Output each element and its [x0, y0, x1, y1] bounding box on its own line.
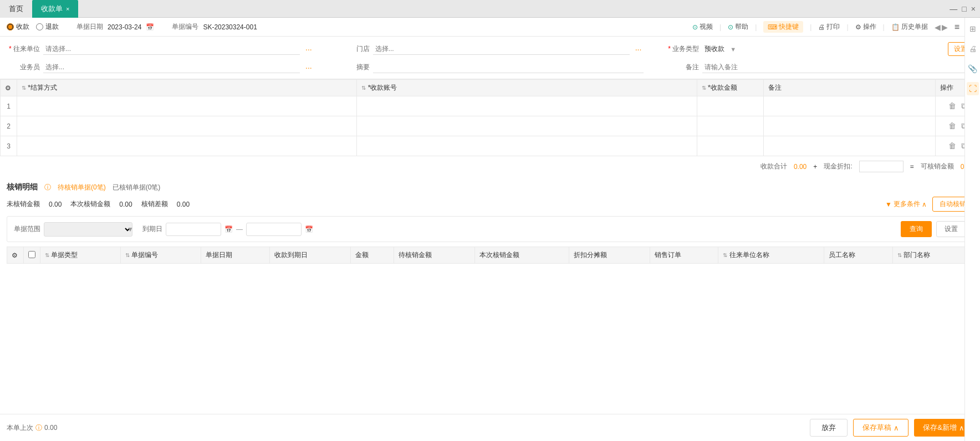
history-btn[interactable]: 📋 历史单据 — [891, 22, 928, 32]
discount-input[interactable] — [859, 161, 904, 172]
delete-row-1[interactable]: 🗑 — [947, 100, 958, 111]
date-separator: — — [236, 225, 243, 233]
th-gear[interactable]: ⚙ — [1, 80, 17, 96]
nav-next[interactable]: ▶ — [942, 23, 948, 32]
date-from-input[interactable]: 2022-04-01 — [166, 223, 221, 236]
diff-label: 核销差额 — [141, 199, 168, 209]
toolbar: 收款 退款 单据日期 2023-03-24 📅 单据编号 SK-20230324… — [0, 18, 980, 37]
settlement-cell-2[interactable] — [17, 116, 357, 136]
filter-actions: 查询 设置 — [901, 221, 966, 237]
history-icon: 📋 — [891, 23, 900, 31]
shop-field: 门店 ··· — [336, 43, 644, 55]
filter-setting-btn[interactable]: 设置 — [936, 221, 966, 237]
save-new-arrow[interactable]: ∧ — [959, 424, 964, 432]
remark-field: 备注 — [666, 61, 973, 73]
save-draft-arrow[interactable]: ∧ — [894, 424, 899, 432]
remark-cell-2[interactable] — [763, 116, 935, 136]
view-list-icon[interactable]: ≡ — [955, 22, 959, 32]
net-label: 可核销金额 — [921, 162, 954, 171]
video-btn[interactable]: ⊙ 视频 — [692, 22, 713, 32]
bottom-table-wrap: ⚙ ⇅ 单据类型 ⇅ 单据编号 — [7, 247, 973, 408]
circle-icon: ⊙ — [692, 23, 698, 31]
form-area: * 往来单位 ··· 门店 ··· * 业务类型 预收款 — [0, 37, 980, 79]
th-account: ⇅ *收款账号 — [357, 80, 697, 96]
window-maximize[interactable]: □ — [962, 4, 966, 13]
ops-btn[interactable]: ⚙ 操作 — [855, 22, 876, 32]
radio-shoukuan[interactable]: 收款 — [7, 22, 29, 32]
account-cell-1[interactable] — [357, 96, 697, 116]
hexiao-pending-tab[interactable]: 待核销单据(0笔) — [58, 183, 106, 192]
sidebar-clip-icon[interactable]: 📎 — [966, 62, 979, 75]
bth-due-date: 收款到期日 — [269, 247, 350, 264]
select-all-checkbox[interactable] — [28, 251, 35, 258]
table-row: 2 🗑 ⧉ — [1, 116, 980, 136]
payment-type-group: 收款 退款 — [7, 22, 59, 32]
filter-icon: ▼ — [885, 201, 892, 208]
calendar-from-icon[interactable]: 📅 — [224, 225, 233, 233]
tab-receipt[interactable]: 收款单 × — [32, 0, 78, 18]
delete-row-2[interactable]: 🗑 — [947, 120, 958, 131]
calendar-icon[interactable]: 📅 — [146, 23, 154, 31]
bill-no-value: SK-20230324-001 — [203, 23, 257, 31]
amount-cell-1[interactable] — [697, 96, 763, 116]
partner-more-btn[interactable]: ··· — [303, 45, 314, 54]
sidebar-expand-icon[interactable]: ⛶ — [967, 82, 979, 95]
sidebar-table-icon[interactable]: ⊞ — [967, 22, 978, 35]
abandon-btn[interactable]: 放弃 — [810, 419, 848, 437]
amount-cell-2[interactable] — [697, 116, 763, 136]
help-btn[interactable]: ⊙ 帮助 — [728, 22, 748, 32]
bth-gear[interactable]: ⚙ — [7, 247, 24, 264]
summary-input[interactable] — [373, 61, 644, 73]
nav-prev[interactable]: ◀ — [935, 23, 941, 32]
date-to-input[interactable]: 2022-04-12 — [246, 223, 302, 236]
hexiao-title: 核销明细 — [7, 182, 38, 192]
footer-info-icon[interactable]: ⓘ — [35, 423, 42, 433]
bth-pending: 待核销金额 — [394, 247, 475, 264]
bth-bill-no: ⇅ 单据编号 — [121, 247, 201, 264]
query-btn[interactable]: 查询 — [901, 221, 932, 237]
calendar-to-icon[interactable]: 📅 — [305, 225, 313, 233]
delete-row-3[interactable]: 🗑 — [947, 140, 958, 151]
radio-tuikuan[interactable]: 退款 — [36, 22, 59, 32]
account-cell-2[interactable] — [357, 116, 697, 136]
remark-input[interactable] — [702, 61, 973, 73]
save-draft-btn[interactable]: 保存草稿 ∧ — [853, 419, 908, 437]
range-select[interactable] — [44, 222, 132, 237]
diff-value: 0.00 — [177, 201, 190, 208]
settlement-cell-1[interactable] — [17, 96, 357, 116]
more-conditions-btn[interactable]: ▼ 更多条件 ∧ — [885, 199, 927, 209]
window-minimize[interactable]: — — [950, 4, 957, 13]
this-time-label: 本次核销金额 — [70, 199, 110, 209]
tab-home[interactable]: 首页 — [0, 0, 32, 18]
hexiao-done-tab[interactable]: 已核销单据(0笔) — [113, 183, 161, 192]
bill-no-meta: 单据编号 SK-20230324-001 — [172, 22, 257, 32]
account-cell-3[interactable] — [357, 136, 697, 156]
bottom-count-label: 本单上次 — [7, 423, 33, 433]
range-label: 单据范围 — [14, 224, 40, 234]
th-remark: 备注 — [763, 80, 935, 96]
print-btn[interactable]: 🖨 打印 — [818, 22, 840, 32]
bottom-value: 0.00 — [44, 424, 57, 432]
sidebar-print-icon[interactable]: 🖨 — [967, 42, 979, 55]
business-type-dropdown[interactable]: ▼ — [730, 46, 736, 53]
shop-more-btn[interactable]: ··· — [633, 45, 644, 54]
bill-date-value: 2023-03-24 — [108, 23, 141, 31]
remark-cell-3[interactable] — [763, 136, 935, 156]
hexiao-meta-right: ▼ 更多条件 ∧ 自动核销 — [885, 197, 973, 212]
window-close[interactable]: × — [971, 4, 976, 13]
bth-bill-date: 单据日期 — [201, 247, 270, 264]
partner-input[interactable] — [43, 43, 300, 55]
nav-arrows: ◀ ▶ — [935, 23, 948, 32]
equals-sign: = — [910, 163, 914, 171]
shop-input[interactable] — [373, 43, 630, 55]
th-amount: ⇅ *收款金额 — [697, 80, 763, 96]
tab-close-receipt[interactable]: × — [66, 6, 69, 12]
staff-input[interactable] — [43, 61, 300, 73]
hexiao-info-icon[interactable]: ⓘ — [44, 183, 51, 192]
due-date-field: 到期日 2022-04-01 📅 — 2022-04-12 📅 — [142, 223, 313, 236]
remark-cell-1[interactable] — [763, 96, 935, 116]
shortcut-btn[interactable]: ⌨ 快捷键 — [763, 21, 803, 33]
staff-more-btn[interactable]: ··· — [303, 63, 314, 72]
amount-cell-3[interactable] — [697, 136, 763, 156]
settlement-cell-3[interactable] — [17, 136, 357, 156]
